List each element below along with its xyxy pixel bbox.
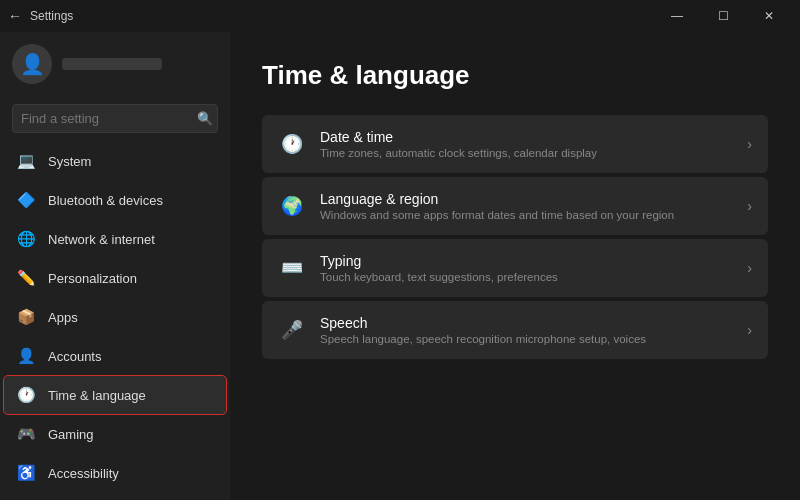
apps-label: Apps — [48, 310, 78, 325]
setting-card-language-region[interactable]: 🌍 Language & region Windows and some app… — [262, 177, 768, 235]
sidebar: 👤 🔍 💻 System 🔷 Bluetooth & devices 🌐 Net… — [0, 32, 230, 500]
sidebar-item-accessibility[interactable]: ♿ Accessibility — [4, 454, 226, 492]
setting-card-speech[interactable]: 🎤 Speech Speech language, speech recogni… — [262, 301, 768, 359]
sidebar-item-gaming[interactable]: 🎮 Gaming — [4, 415, 226, 453]
personalization-icon: ✏️ — [16, 268, 36, 288]
chevron-icon-language-region: › — [747, 198, 752, 214]
time-language-label: Time & language — [48, 388, 146, 403]
sidebar-item-privacy-security[interactable]: 🔒 Privacy & security — [4, 493, 226, 500]
gaming-icon: 🎮 — [16, 424, 36, 444]
search-icon: 🔍 — [197, 111, 213, 126]
chevron-icon-typing: › — [747, 260, 752, 276]
sidebar-item-accounts[interactable]: 👤 Accounts — [4, 337, 226, 375]
language-region-icon: 🌍 — [278, 192, 306, 220]
typing-icon: ⌨️ — [278, 254, 306, 282]
setting-card-title-speech: Speech — [320, 315, 646, 331]
setting-card-desc-typing: Touch keyboard, text suggestions, prefer… — [320, 271, 558, 283]
setting-card-left-speech: 🎤 Speech Speech language, speech recogni… — [278, 315, 646, 345]
titlebar-left: ← Settings — [8, 8, 73, 24]
close-button[interactable]: ✕ — [746, 0, 792, 32]
page-title: Time & language — [262, 60, 768, 91]
avatar: 👤 — [12, 44, 52, 84]
sidebar-item-time-language[interactable]: 🕐 Time & language — [4, 376, 226, 414]
accessibility-icon: ♿ — [16, 463, 36, 483]
bluetooth-label: Bluetooth & devices — [48, 193, 163, 208]
sidebar-item-apps[interactable]: 📦 Apps — [4, 298, 226, 336]
setting-card-title-date-time: Date & time — [320, 129, 597, 145]
chevron-icon-speech: › — [747, 322, 752, 338]
setting-card-left-typing: ⌨️ Typing Touch keyboard, text suggestio… — [278, 253, 558, 283]
titlebar: ← Settings — ☐ ✕ — [0, 0, 800, 32]
search-box[interactable]: 🔍 — [12, 104, 218, 133]
search-input[interactable] — [21, 111, 189, 126]
setting-card-text-speech: Speech Speech language, speech recogniti… — [320, 315, 646, 345]
setting-card-title-typing: Typing — [320, 253, 558, 269]
nav-container: 💻 System 🔷 Bluetooth & devices 🌐 Network… — [0, 141, 230, 500]
setting-card-left-language-region: 🌍 Language & region Windows and some app… — [278, 191, 674, 221]
maximize-button[interactable]: ☐ — [700, 0, 746, 32]
setting-card-desc-speech: Speech language, speech recognition micr… — [320, 333, 646, 345]
time-language-icon: 🕐 — [16, 385, 36, 405]
back-icon[interactable]: ← — [8, 8, 22, 24]
user-profile[interactable]: 👤 — [0, 32, 230, 96]
accounts-icon: 👤 — [16, 346, 36, 366]
chevron-icon-date-time: › — [747, 136, 752, 152]
system-label: System — [48, 154, 91, 169]
sidebar-item-network[interactable]: 🌐 Network & internet — [4, 220, 226, 258]
sidebar-item-bluetooth[interactable]: 🔷 Bluetooth & devices — [4, 181, 226, 219]
setting-card-text-date-time: Date & time Time zones, automatic clock … — [320, 129, 597, 159]
settings-container: 🕐 Date & time Time zones, automatic cloc… — [262, 115, 768, 359]
apps-icon: 📦 — [16, 307, 36, 327]
bluetooth-icon: 🔷 — [16, 190, 36, 210]
setting-card-left-date-time: 🕐 Date & time Time zones, automatic cloc… — [278, 129, 597, 159]
titlebar-title: Settings — [30, 9, 73, 23]
user-name-bar — [62, 58, 162, 70]
speech-icon: 🎤 — [278, 316, 306, 344]
setting-card-text-typing: Typing Touch keyboard, text suggestions,… — [320, 253, 558, 283]
main-layout: 👤 🔍 💻 System 🔷 Bluetooth & devices 🌐 Net… — [0, 32, 800, 500]
network-icon: 🌐 — [16, 229, 36, 249]
system-icon: 💻 — [16, 151, 36, 171]
setting-card-date-time[interactable]: 🕐 Date & time Time zones, automatic cloc… — [262, 115, 768, 173]
sidebar-item-system[interactable]: 💻 System — [4, 142, 226, 180]
setting-card-text-language-region: Language & region Windows and some apps … — [320, 191, 674, 221]
minimize-button[interactable]: — — [654, 0, 700, 32]
setting-card-title-language-region: Language & region — [320, 191, 674, 207]
setting-card-desc-language-region: Windows and some apps format dates and t… — [320, 209, 674, 221]
network-label: Network & internet — [48, 232, 155, 247]
setting-card-desc-date-time: Time zones, automatic clock settings, ca… — [320, 147, 597, 159]
avatar-icon: 👤 — [20, 52, 45, 76]
personalization-label: Personalization — [48, 271, 137, 286]
content-area: Time & language 🕐 Date & time Time zones… — [230, 32, 800, 500]
accounts-label: Accounts — [48, 349, 101, 364]
setting-card-typing[interactable]: ⌨️ Typing Touch keyboard, text suggestio… — [262, 239, 768, 297]
date-time-icon: 🕐 — [278, 130, 306, 158]
accessibility-label: Accessibility — [48, 466, 119, 481]
titlebar-controls: — ☐ ✕ — [654, 0, 792, 32]
gaming-label: Gaming — [48, 427, 94, 442]
sidebar-item-personalization[interactable]: ✏️ Personalization — [4, 259, 226, 297]
